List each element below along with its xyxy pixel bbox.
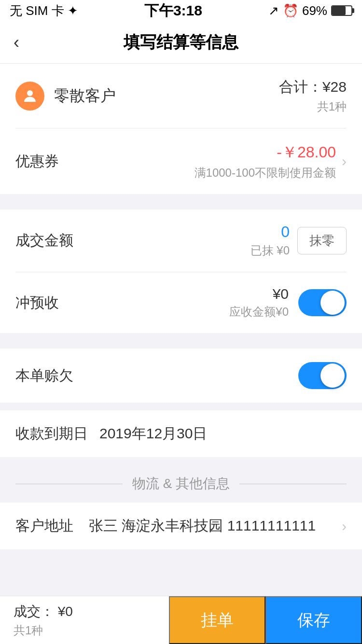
summary-label: 成交： bbox=[14, 604, 54, 619]
alarm-icon: ⏰ bbox=[283, 3, 298, 18]
address-label: 客户地址 bbox=[15, 516, 73, 536]
gray-separator-1 bbox=[0, 202, 362, 210]
coupon-discount: -￥28.00 bbox=[195, 142, 336, 163]
svg-point-0 bbox=[27, 90, 33, 96]
mozero-button[interactable]: 抹零 bbox=[297, 227, 347, 254]
bottom-summary: 成交： ¥0 共1种 bbox=[0, 596, 169, 644]
gray-separator-2 bbox=[0, 341, 362, 349]
summary-amount: ¥0 bbox=[58, 604, 73, 619]
transaction-sub: 已抹 ¥0 bbox=[251, 243, 290, 258]
logistics-label: 物流 & 其他信息 bbox=[132, 475, 230, 493]
due-date-row: 收款到期日 2019年12月30日 bbox=[0, 410, 362, 457]
form-section-transaction: 成交金额 0 已抹 ¥0 抹零 冲预收 ¥0 应收金额¥0 bbox=[0, 210, 362, 333]
form-section-debit: 本单赊欠 bbox=[0, 349, 362, 403]
nav-bar: ‹ 填写结算等信息 bbox=[0, 21, 362, 64]
debit-row: 本单赊欠 bbox=[15, 349, 347, 403]
customer-info: 零散客户 bbox=[15, 82, 116, 111]
transaction-amount-row: 成交金额 0 已抹 ¥0 抹零 bbox=[15, 210, 347, 272]
due-date-value[interactable]: 2019年12月30日 bbox=[99, 424, 207, 444]
address-row[interactable]: 客户地址 张三 海淀永丰科技园 11111111111 › bbox=[0, 503, 362, 549]
prepayment-right: ¥0 应收金额¥0 bbox=[229, 286, 347, 320]
status-time: 下午3:18 bbox=[144, 1, 202, 21]
chevron-right-icon: › bbox=[342, 153, 347, 169]
battery-icon bbox=[331, 5, 352, 16]
debit-toggle[interactable] bbox=[298, 362, 347, 389]
debit-toggle-knob bbox=[320, 364, 345, 388]
toggle-knob bbox=[320, 291, 345, 315]
logistics-line-right bbox=[239, 484, 347, 484]
status-right: ↗ ⏰ 69% bbox=[268, 3, 352, 18]
prepayment-receivable: 应收金额¥0 bbox=[229, 304, 289, 320]
back-button[interactable]: ‹ bbox=[14, 32, 19, 53]
logistics-section: 物流 & 其他信息 bbox=[0, 465, 362, 503]
page-title: 填写结算等信息 bbox=[124, 31, 238, 54]
transaction-section: 成交金额 0 已抹 ¥0 抹零 冲预收 ¥0 应收金额¥0 bbox=[0, 210, 362, 333]
address-value: 张三 海淀永丰科技园 11111111111 bbox=[89, 516, 342, 536]
logistics-divider: 物流 & 其他信息 bbox=[15, 475, 347, 493]
battery-percent: 69% bbox=[302, 3, 327, 18]
save-button[interactable]: 保存 bbox=[265, 596, 362, 644]
coupon-row[interactable]: 优惠券 -￥28.00 满1000-100不限制使用金额 › bbox=[0, 128, 362, 194]
customer-row: 零散客户 合计：¥28 共1种 bbox=[0, 64, 362, 128]
debit-section: 本单赊欠 bbox=[0, 349, 362, 403]
transaction-right: 0 已抹 ¥0 抹零 bbox=[251, 223, 347, 258]
status-bar: 无 SIM 卡 ✦ 下午3:18 ↗ ⏰ 69% bbox=[0, 0, 362, 21]
total-amount: 合计：¥28 bbox=[279, 77, 347, 97]
prepayment-row: 冲预收 ¥0 应收金额¥0 bbox=[15, 272, 347, 333]
coupon-info: -￥28.00 满1000-100不限制使用金额 bbox=[195, 142, 336, 181]
prepayment-amount: ¥0 bbox=[229, 286, 289, 302]
coupon-description: 满1000-100不限制使用金额 bbox=[195, 165, 336, 181]
coupon-right: -￥28.00 满1000-100不限制使用金额 › bbox=[195, 142, 347, 181]
avatar bbox=[15, 82, 44, 111]
user-icon bbox=[21, 87, 39, 105]
customer-section: 零散客户 合计：¥28 共1种 优惠券 -￥28.00 满1000-100不限制… bbox=[0, 64, 362, 194]
due-date-label: 收款到期日 bbox=[15, 424, 88, 444]
transaction-value-group: 0 已抹 ¥0 bbox=[251, 223, 290, 258]
status-left: 无 SIM 卡 ✦ bbox=[10, 2, 78, 19]
logistics-line-left bbox=[15, 484, 123, 484]
sim-status: 无 SIM 卡 ✦ bbox=[10, 2, 78, 19]
bottom-summary-top: 成交： ¥0 bbox=[14, 602, 155, 621]
debit-label: 本单赊欠 bbox=[15, 366, 73, 386]
customer-totals: 合计：¥28 共1种 bbox=[279, 77, 347, 114]
transaction-value[interactable]: 0 bbox=[251, 223, 290, 241]
location-icon: ↗ bbox=[268, 3, 279, 18]
customer-name: 零散客户 bbox=[54, 85, 116, 107]
hang-button[interactable]: 挂单 bbox=[169, 596, 265, 644]
transaction-label: 成交金额 bbox=[15, 231, 73, 251]
bottom-bar: 成交： ¥0 共1种 挂单 保存 bbox=[0, 596, 362, 644]
address-chevron-icon: › bbox=[342, 518, 347, 534]
total-count: 共1种 bbox=[279, 99, 347, 114]
summary-count: 共1种 bbox=[14, 623, 155, 638]
prepayment-label: 冲预收 bbox=[15, 293, 59, 313]
coupon-label: 优惠券 bbox=[15, 152, 59, 171]
prepayment-toggle[interactable] bbox=[298, 289, 347, 316]
prepayment-amounts: ¥0 应收金额¥0 bbox=[229, 286, 289, 320]
